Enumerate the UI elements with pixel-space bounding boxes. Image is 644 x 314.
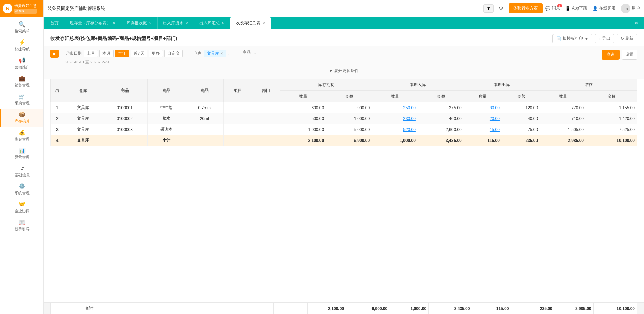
expand-row: ▼ 展开更多条件 xyxy=(50,67,637,75)
row-out-qty-link[interactable]: 20.00 xyxy=(490,116,500,121)
row-out-qty[interactable]: 15.00 xyxy=(464,124,502,135)
filter-collapse-btn[interactable]: ▶ xyxy=(50,50,59,58)
expand-conditions-btn[interactable]: ▼ 展开更多条件 xyxy=(326,67,362,75)
col-project-header: 项目 xyxy=(224,79,252,102)
row-warehouse: 文具库 xyxy=(64,135,102,146)
sidebar-item-guide[interactable]: 📖 新手引导 xyxy=(0,216,43,234)
message-icon: 💬 xyxy=(545,6,550,11)
tab-summary-label: 出入库汇总 xyxy=(199,20,220,26)
sidebar-item-basic-info[interactable]: 🗂 基础信息 xyxy=(0,163,43,180)
row-bal-qty: 1,505.00 xyxy=(540,124,586,135)
tab-flow[interactable]: 出入库流水 ✕ xyxy=(158,17,194,29)
tab-summary[interactable]: 出入库汇总 ✕ xyxy=(194,17,230,29)
search-menu-icon: 🔍 xyxy=(19,21,26,28)
sidebar-item-marketing[interactable]: 📢 营销推广 xyxy=(0,54,43,72)
tab-inventory-dist[interactable]: 现存量（库存分布表） ✕ xyxy=(64,17,121,29)
query-btn[interactable]: 查询 xyxy=(602,50,620,60)
goods-filter: 商品 ... xyxy=(243,50,256,55)
sidebar-item-operations[interactable]: 📊 经营管理 xyxy=(0,145,43,163)
tab-batch-label: 库存批次账 xyxy=(127,20,147,26)
user-label: 用户 xyxy=(632,5,640,11)
row-init-qty: 600.00 xyxy=(280,102,326,113)
col-in-header: 本期入库 xyxy=(372,79,464,91)
tab-batch-close[interactable]: ✕ xyxy=(149,21,152,25)
message-button[interactable]: 💬 消息 6 xyxy=(545,5,560,11)
row-in-qty-link[interactable]: 250.00 xyxy=(403,105,416,110)
row-dept xyxy=(252,113,280,124)
row-in-qty[interactable]: 250.00 xyxy=(372,102,418,113)
page-content: 收发存汇总表(按仓库+商品编码+商品+规格型号+项目+部门) 📄 换模板打印 ▼… xyxy=(44,29,644,314)
app-download-label: App下载 xyxy=(572,5,587,11)
tab-flow-close[interactable]: ✕ xyxy=(185,21,188,25)
footer-bal-qty: 2,985.00 xyxy=(555,303,593,314)
warehouse-tag-remove[interactable]: ✕ xyxy=(220,52,223,55)
topbar: 装备及固定资产辅助管理系统 ▼ ⚙ 体验行业方案 💬 消息 6 📱 App下载 … xyxy=(44,0,644,17)
row-in-qty[interactable]: 520.00 xyxy=(372,124,418,135)
refresh-btn[interactable]: ↻ 刷新 xyxy=(617,34,637,43)
sidebar-item-finance[interactable]: 💰 资金管理 xyxy=(0,127,43,145)
sidebar-menu: 🔍 搜索菜单 ⚡ 快捷导航 📢 营销推广 💼 销售管理 🛒 采购管理 📦 库存核… xyxy=(0,17,43,314)
user-area[interactable]: Ea 用户 xyxy=(621,4,640,13)
row-out-qty-link[interactable]: 80.00 xyxy=(490,105,500,110)
setting-btn[interactable]: 设置 xyxy=(622,50,637,60)
online-service-button[interactable]: 👤 在线客服 xyxy=(593,5,615,11)
goods-label: 商品 xyxy=(243,50,251,55)
template-print-label: 换模板打印 xyxy=(563,36,583,42)
system-select[interactable]: ▼ xyxy=(483,4,494,13)
row-goods: 采访本 xyxy=(148,124,185,135)
date-btn-last-month[interactable]: 上月 xyxy=(84,50,98,57)
tab-recv-send-close[interactable]: ✕ xyxy=(262,21,265,25)
system-title: 装备及固定资产辅助管理系统 xyxy=(48,5,481,12)
sidebar-item-search[interactable]: 🔍 搜索菜单 xyxy=(0,18,43,36)
settings-gear-button[interactable]: ⚙ xyxy=(496,4,506,13)
date-btn-more[interactable]: 更多 xyxy=(149,50,163,57)
row-bal-qty: 2,985.00 xyxy=(540,135,586,146)
row-init-amt: 6,900.00 xyxy=(326,135,372,146)
template-icon: 📄 xyxy=(556,36,561,41)
row-out-qty[interactable]: 80.00 xyxy=(464,102,502,113)
column-settings-icon[interactable]: ⚙ xyxy=(55,88,60,94)
date-btn-custom[interactable]: 自定义 xyxy=(164,50,183,57)
export-label: 导出 xyxy=(602,36,610,42)
logo-text: 畅捷通好生意 xyxy=(14,3,37,8)
topbar-right: 💬 消息 6 📱 App下载 👤 在线客服 Ea 用户 xyxy=(545,4,640,13)
tab-summary-close[interactable]: ✕ xyxy=(222,21,225,25)
date-filter-row: 记账日期 上月 本月 本年 近7天 更多 自定义 xyxy=(65,50,183,57)
row-in-qty-link[interactable]: 520.00 xyxy=(403,127,416,132)
experience-btn[interactable]: 体验行业方案 xyxy=(509,3,543,13)
sidebar-item-system[interactable]: ⚙️ 系统管理 xyxy=(0,180,43,198)
footer-init-qty: 2,100.00 xyxy=(308,303,346,314)
table-footer: 合计 2,100.00 6,900.00 1,000.00 3,435.00 1… xyxy=(44,302,644,314)
row-in-qty[interactable]: 230.00 xyxy=(372,113,418,124)
sidebar-item-inventory[interactable]: 📦 库存核算 xyxy=(0,109,43,127)
export-btn[interactable]: ↑ 导出 xyxy=(595,34,614,43)
tab-recv-send[interactable]: 收发存汇总表 ✕ xyxy=(230,17,271,29)
tab-batch[interactable]: 库存批次账 ✕ xyxy=(121,17,158,29)
row-out-amt: 235.00 xyxy=(502,135,540,146)
sidebar-item-enterprise[interactable]: 🤝 企业协同 xyxy=(0,198,43,216)
row-out-qty[interactable]: 20.00 xyxy=(464,113,502,124)
refresh-label: 刷新 xyxy=(625,36,633,42)
date-btn-this-year[interactable]: 本年 xyxy=(115,50,129,57)
sidebar-item-purchase[interactable]: 🛒 采购管理 xyxy=(0,90,43,109)
row-out-qty-link[interactable]: 15.00 xyxy=(490,127,500,132)
row-dept xyxy=(252,124,280,135)
table-header-row-1: ⚙ 仓库 商品 商品 商品 项目 部门 库存期初 本期入库 本期出库 结存 xyxy=(51,79,637,91)
expand-label: 展开更多条件 xyxy=(334,68,359,74)
tabbar-close-all[interactable]: ✕ xyxy=(630,20,643,26)
row-in-qty-link[interactable]: 230.00 xyxy=(403,116,416,121)
app-download-button[interactable]: 📱 App下载 xyxy=(565,5,587,11)
date-btn-this-month[interactable]: 本月 xyxy=(99,50,114,57)
sidebar-item-quicknav[interactable]: ⚡ 快捷导航 xyxy=(0,36,43,54)
sidebar-item-sales[interactable]: 💼 销售管理 xyxy=(0,72,43,90)
tab-inventory-dist-close[interactable]: ✕ xyxy=(113,21,115,25)
sidebar-item-sales-label: 销售管理 xyxy=(15,83,30,88)
template-print-btn[interactable]: 📄 换模板打印 ▼ xyxy=(552,34,592,43)
export-icon: ↑ xyxy=(599,36,601,41)
tab-home[interactable]: 首页 xyxy=(45,17,64,29)
table-row: 1文具库0100001中性笔0.7mm600.00900.00250.00375… xyxy=(51,102,637,113)
goods-more[interactable]: ... xyxy=(253,50,256,55)
date-btn-7days[interactable]: 近7天 xyxy=(131,50,147,57)
warehouse-more[interactable]: ... xyxy=(228,51,232,56)
row-init-amt: 5,000.00 xyxy=(326,124,372,135)
